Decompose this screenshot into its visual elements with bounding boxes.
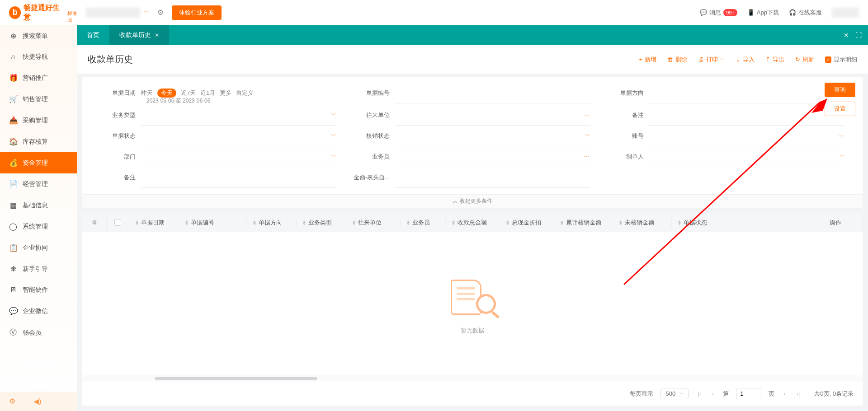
sidebar-item-畅会员[interactable]: Ⓥ畅会员 <box>0 322 77 344</box>
sidebar-item-label: 智能硬件 <box>23 286 48 294</box>
column-累计核销金额[interactable]: ▲▼累计核销金额 <box>554 219 613 227</box>
column-业务员[interactable]: ▲▼业务员 <box>401 219 446 227</box>
toolbar-export[interactable]: ⤒导出 <box>765 56 784 64</box>
sidebar-item-资金管理[interactable]: 💰资金管理 <box>0 152 77 173</box>
caret-down-icon[interactable]: ﹀ <box>331 132 336 140</box>
tab-close-all-icon[interactable]: ✕ <box>844 32 849 39</box>
toolbar-add[interactable]: +新增 <box>639 56 656 64</box>
filter-input-制单人[interactable]: ﹀ <box>649 146 844 167</box>
date-chip-更多[interactable]: 更多 <box>220 89 231 97</box>
date-chip-近7天[interactable]: 近7天 <box>181 89 196 97</box>
header-download[interactable]: 📱 App下载 <box>747 9 779 17</box>
column-settings-icon[interactable]: ⚙ <box>82 213 107 232</box>
more-icon[interactable]: ⋯ <box>838 133 844 139</box>
page-header: 收款单历史 +新增 🗑删除 🖨打印﹀ ⤓导入 ⤒导出 ↻刷新 ✓显示明细 <box>77 45 868 74</box>
horizontal-scrollbar[interactable] <box>82 375 863 382</box>
filter-input-备注[interactable] <box>649 105 844 126</box>
sidebar-item-快捷导航[interactable]: ⌂快捷导航 <box>0 47 77 67</box>
caret-down-icon[interactable]: ﹀ <box>839 153 844 160</box>
company-dropdown-caret-icon[interactable]: ﹀ <box>144 9 149 16</box>
more-icon[interactable]: ⋯ <box>584 112 590 118</box>
column-label: 累计核销金额 <box>566 219 601 227</box>
filter-input-账号[interactable]: ⋯ <box>649 126 844 146</box>
page-next-icon[interactable]: › <box>782 390 787 397</box>
toolbar-detail[interactable]: ✓显示明细 <box>825 56 857 64</box>
sidebar-item-智能硬件[interactable]: 🖥智能硬件 <box>0 280 77 300</box>
toolbar-import[interactable]: ⤓导入 <box>736 56 755 64</box>
tab-label: 首页 <box>87 31 99 39</box>
column-业务类型[interactable]: ▲▼业务类型 <box>297 219 346 227</box>
toolbar-print[interactable]: 🖨打印﹀ <box>698 56 725 64</box>
date-chip-自定义[interactable]: 自定义 <box>236 89 254 97</box>
column-单据方向[interactable]: ▲▼单据方向 <box>247 219 297 227</box>
date-chip-昨天[interactable]: 昨天 <box>141 89 153 97</box>
select-all-checkbox[interactable] <box>107 213 129 232</box>
sidebar-item-库存核算[interactable]: 🏠库存核算 <box>0 131 77 152</box>
sidebar-item-采购管理[interactable]: 📥采购管理 <box>0 110 77 131</box>
sidebar-item-新手引导[interactable]: ❋新手引导 <box>0 258 77 280</box>
per-page-select[interactable]: 500﹀ <box>660 388 689 399</box>
settings-button[interactable]: 设置 <box>825 102 855 116</box>
industry-cta-button[interactable]: 体验行业方案 <box>172 5 222 20</box>
column-未核销金额[interactable]: ▲▼未核销金额 <box>613 219 672 227</box>
column-label: 未核销金额 <box>625 219 654 227</box>
page-title: 收款单历史 <box>88 53 133 65</box>
column-往来单位[interactable]: ▲▼往来单位 <box>346 219 401 227</box>
sidebar-item-系统管理[interactable]: ◯系统管理 <box>0 216 77 237</box>
header-settings-icon[interactable]: ⚙ <box>157 8 164 17</box>
column-label: 业务员 <box>412 219 430 227</box>
page-last-icon[interactable]: ›| <box>795 390 802 397</box>
sidebar-item-营销推广[interactable]: 🎁营销推广 <box>0 67 77 89</box>
top-bar: b 畅捷通好生意 标准版 ﹀ ⚙ 体验行业方案 💬 消息 99+ 📱 App下载… <box>0 0 868 25</box>
sidebar-item-搜索菜单[interactable]: ⊕搜索菜单 <box>0 25 77 47</box>
tab-close-icon[interactable]: ✕ <box>155 32 159 38</box>
date-chip-今天[interactable]: 今天 <box>157 89 176 98</box>
collapse-filters[interactable]: ︽ 收起更多条件 <box>82 194 863 208</box>
date-chip-近1月[interactable]: 近1月 <box>200 89 215 97</box>
column-单据编号[interactable]: ▲▼单据编号 <box>179 219 247 227</box>
filter-input-部门[interactable]: ﹀ <box>141 146 336 167</box>
sidebar-collapse-icon[interactable]: ◀) <box>33 397 41 406</box>
sidebar-item-基础信息[interactable]: ▦基础信息 <box>0 195 77 216</box>
tab-fullscreen-icon[interactable]: ⛶ <box>855 32 862 39</box>
sidebar-item-销售管理[interactable]: 🛒销售管理 <box>0 89 77 110</box>
tab-首页[interactable]: 首页 <box>77 25 109 45</box>
caret-down-icon[interactable]: ﹀ <box>585 132 590 140</box>
caret-down-icon[interactable]: ﹀ <box>331 111 336 119</box>
filter-input-往来单位[interactable]: ⋯ <box>395 105 590 126</box>
caret-down-icon[interactable]: ﹀ <box>331 153 336 160</box>
filter-input-金额-表头自...[interactable] <box>395 167 590 188</box>
caret-down-icon: ﹀ <box>720 56 725 63</box>
header-service[interactable]: 🎧 在线客服 <box>789 9 822 17</box>
pagination: 每页显示 500﹀ |‹ ‹ 第 页 › ›| 共0页, 0条记录 <box>82 382 863 406</box>
filter-input-备注[interactable] <box>141 167 336 188</box>
column-总现金折扣[interactable]: ▲▼总现金折扣 <box>500 219 554 227</box>
search-button[interactable]: 查询 <box>825 83 855 97</box>
header-message[interactable]: 💬 消息 99+ <box>700 9 737 17</box>
filter-input-业务员[interactable]: ⋯ <box>395 146 590 167</box>
column-收款总金额[interactable]: ▲▼收款总金额 <box>446 219 500 227</box>
page-prev-icon[interactable]: ‹ <box>710 390 716 397</box>
filter-label: 单据状态 <box>91 132 141 140</box>
filter-input-单据状态[interactable]: ﹀ <box>141 126 336 146</box>
sidebar-item-label: 新手引导 <box>23 265 48 273</box>
toolbar-delete[interactable]: 🗑删除 <box>667 56 687 64</box>
user-avatar-redacted[interactable] <box>832 8 859 18</box>
filter-input-核销状态[interactable]: ﹀ <box>395 126 590 146</box>
filter-label: 单据方向 <box>599 89 649 97</box>
page-first-icon[interactable]: |‹ <box>696 390 703 397</box>
sidebar-settings-icon[interactable]: ⚙ <box>9 397 15 406</box>
sidebar-item-企业微信[interactable]: 💬企业微信 <box>0 300 77 322</box>
page-input[interactable] <box>736 388 761 399</box>
empty-state: 暂无数据 <box>82 232 863 375</box>
column-单据状态[interactable]: ▲▼单据状态 <box>672 219 722 227</box>
tab-收款单历史[interactable]: 收款单历史✕ <box>109 25 169 45</box>
sidebar-item-经营管理[interactable]: 📄经营管理 <box>0 173 77 195</box>
filter-input-单据方向[interactable]: ﹀ <box>649 83 844 103</box>
more-icon[interactable]: ⋯ <box>584 154 590 160</box>
filter-input-单据编号[interactable] <box>395 83 590 103</box>
sidebar-item-企业协同[interactable]: 📋企业协同 <box>0 237 77 258</box>
column-单据日期[interactable]: ▲▼单据日期 <box>129 219 179 227</box>
toolbar-refresh[interactable]: ↻刷新 <box>795 56 814 64</box>
filter-input-业务类型[interactable]: ﹀ <box>141 105 336 126</box>
